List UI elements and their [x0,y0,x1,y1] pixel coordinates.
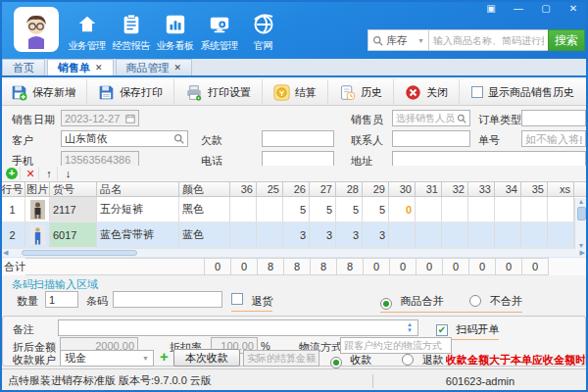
col-header[interactable]: 27 [310,182,336,196]
col-header[interactable]: 26 [283,182,310,196]
tab-close-icon[interactable]: ✕ [95,63,103,73]
move-up-button[interactable]: ↑ [41,167,58,180]
order-no-input[interactable] [521,130,586,147]
search-input[interactable] [428,29,548,51]
col-header[interactable]: 行号 [0,182,25,196]
add-row-button[interactable]: + [4,167,21,180]
calendar-icon[interactable] [125,114,135,123]
size-qty[interactable] [495,222,521,247]
col-header[interactable]: 颜色 [179,182,230,196]
col-header[interactable]: 25 [257,182,283,196]
size-qty[interactable] [416,222,442,247]
size-qty[interactable] [230,197,257,221]
minimize-button[interactable]: — [512,2,525,16]
search-icon[interactable] [173,133,184,144]
vertical-scrollbar[interactable]: ▲ ▼ [574,198,587,249]
scroll-down-icon[interactable]: ▼ [578,242,585,249]
size-qty[interactable]: 3 [336,222,363,247]
size-qty[interactable] [389,222,416,247]
col-header[interactable]: 32 [442,182,468,196]
col-header[interactable]: 30 [389,182,416,196]
save-print-button[interactable]: 保存打印 [87,79,174,106]
size-qty[interactable]: 3 [310,222,336,247]
search-button[interactable]: 搜索 [548,29,585,51]
search-category-select[interactable]: 库存 ▼ [368,29,428,51]
spin-down-icon[interactable]: ▼ [407,327,413,333]
contact-input[interactable] [392,130,470,147]
customer-input[interactable]: 山东简依 [61,130,188,147]
nav-system-management[interactable]: 系统管理 [197,8,241,53]
arrears-input[interactable] [262,130,334,147]
save-new-button[interactable]: 保存新增 [0,79,87,106]
radio-merge-selected[interactable] [380,298,392,310]
col-header[interactable]: 品名 [97,182,179,196]
return-checkbox-group[interactable]: 退货 [231,291,272,312]
close-form-button[interactable]: 关闭 [394,79,460,106]
maximize-button[interactable]: ▢ [539,2,553,16]
col-header[interactable]: 31 [416,182,442,196]
tab-sales-order[interactable]: 销售单 ✕ [47,59,114,75]
sale-date-input[interactable]: 2023-12-27 [61,110,139,126]
scroll-right-icon[interactable]: ▶ [580,249,585,257]
nav-business-dashboard[interactable]: 业务看板 [153,8,197,53]
size-qty[interactable]: 5 [363,197,389,221]
salesman-input[interactable]: 选择销售人员 [392,110,470,126]
scroll-thumb[interactable] [22,250,137,256]
remark-input[interactable] [58,319,418,336]
tab-home[interactable]: 首页 [2,59,45,75]
skin-icon[interactable]: ▣ [484,2,498,16]
checkbox-checked[interactable]: ✔ [436,324,448,336]
spinner-control[interactable]: ▲ ▼ [407,321,413,333]
size-qty[interactable] [257,222,283,247]
size-qty[interactable]: 5 [310,197,336,221]
tab-close-icon[interactable]: ✕ [174,63,182,73]
move-down-button[interactable]: ↓ [60,167,76,180]
nav-business-report[interactable]: 经营报告 [109,8,153,53]
table-row[interactable]: 1 2117 五分短裤 黑色 5 5 5 5 0 [0,197,588,222]
scroll-up-icon[interactable]: ▲ [578,198,585,205]
size-qty[interactable] [257,197,283,221]
col-header[interactable]: 34 [495,182,521,196]
settle-amount-input[interactable] [243,350,319,367]
size-qty[interactable] [468,197,495,221]
size-qty[interactable]: 0 [389,197,416,221]
size-qty[interactable] [416,197,442,221]
size-qty[interactable] [230,222,257,247]
size-qty[interactable]: 5 [283,197,310,221]
scroll-thumb[interactable] [577,207,586,220]
delete-row-button[interactable]: ✕ [23,167,39,180]
horizontal-scrollbar[interactable]: ◀ ▶ [0,248,588,258]
size-qty[interactable] [495,197,521,221]
size-qty[interactable] [442,222,468,247]
col-header[interactable]: 图片 [25,182,50,196]
checkbox-unchecked[interactable] [471,86,483,98]
nav-business-management[interactable]: 业务管理 [65,8,109,53]
add-account-icon[interactable]: + [160,349,169,364]
radio-no-merge[interactable] [469,295,481,307]
size-qty[interactable] [468,222,495,247]
radio-receive-selected[interactable] [330,357,342,368]
print-setup-button[interactable]: 打印设置 [174,79,263,106]
settle-button[interactable]: 结算 [263,79,328,106]
table-row-selected[interactable]: 2 6017 蓝色背带裤 蓝色 3 3 3 3 [0,222,588,248]
col-header[interactable]: 36 [230,182,257,196]
search-icon[interactable] [457,114,466,123]
nav-website[interactable]: 官网 [241,8,285,53]
barcode-input[interactable] [113,291,222,308]
radio-refund[interactable] [402,354,414,366]
qty-input[interactable] [45,291,78,308]
size-qty[interactable] [548,197,574,221]
size-qty[interactable]: 3 [363,222,389,247]
size-qty[interactable] [521,197,548,221]
product-thumbnail[interactable] [25,197,50,221]
product-thumbnail[interactable] [25,222,50,247]
col-header[interactable]: 33 [468,182,495,196]
order-type-input[interactable] [521,110,586,126]
size-qty[interactable] [521,222,548,247]
size-qty[interactable] [442,197,468,221]
col-header[interactable]: xs [548,182,574,196]
history-button[interactable]: 历史 [328,79,394,106]
checkbox-unchecked[interactable] [231,293,243,305]
scroll-left-icon[interactable]: ◀ [3,249,8,257]
size-qty[interactable]: 5 [336,197,363,221]
